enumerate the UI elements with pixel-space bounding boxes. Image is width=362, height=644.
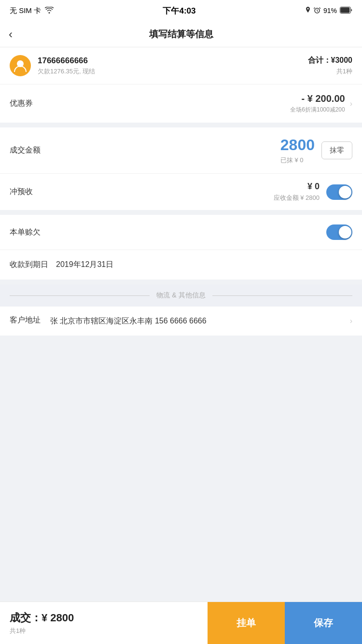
address-chevron-icon: › [350,317,352,325]
benyue-toggle[interactable] [326,224,352,240]
battery-label: 91% [323,7,337,14]
chong-toggle[interactable] [326,184,352,200]
content-area: 17666666666 欠款1276.35元, 现结 合计：¥3000 共1种 … [0,47,362,442]
footer-info: 成交：¥ 2800 共1种 [0,611,208,635]
page-title: 填写结算等信息 [149,28,213,41]
divider-line-right [212,295,352,296]
wifi-icon [45,7,54,15]
round-button[interactable]: 抹零 [321,141,352,159]
gray-spacer [0,340,362,398]
location-icon [305,7,311,15]
user-phone: 17666666666 [38,56,308,66]
save-button[interactable]: 保存 [285,602,362,644]
chong-label: 冲预收 [10,187,33,197]
user-info: 17666666666 欠款1276.35元, 现结 [38,56,308,76]
status-right: 91% [305,7,352,15]
battery-icon [340,7,352,15]
address-label: 客户地址 [10,315,41,325]
chong-prereceive-row: 冲预收 ¥ 0 应收金额 ¥ 2800 [0,173,362,210]
toggle-thumb [339,186,351,198]
footer-deal-label: 成交：¥ 2800 [10,611,198,625]
chong-toggle-area: ¥ 0 应收金额 ¥ 2800 [274,182,352,202]
benyue-row: 本单赊欠 [0,215,362,250]
svg-rect-2 [340,7,349,13]
footer-deal-amount: ¥ 2800 [42,612,74,624]
user-total: 合计：¥3000 共1种 [308,56,353,76]
status-left: 无 SIM 卡 [10,6,54,15]
coupon-right: - ¥ 200.00 全场6折满1000减200 › [290,93,352,114]
address-card: 客户地址 张 北京市市辖区海淀区永丰南 156 6666 6666 › [0,307,362,336]
carrier-label: 无 SIM 卡 [10,6,41,15]
avatar [10,55,31,76]
chong-amount: ¥ 0 [307,182,320,192]
deal-right: 2800 已抹 ¥ 0 抹零 [280,136,352,165]
user-subtitle: 欠款1276.35元, 现结 [38,67,308,76]
due-date-label: 收款到期日 [10,260,48,270]
address-row[interactable]: 客户地址 张 北京市市辖区海淀区永丰南 156 6666 6666 › [0,307,362,336]
deal-amount-row: 成交金额 2800 已抹 ¥ 0 抹零 [0,127,362,173]
coupon-amount: - ¥ 200.00 [290,93,345,104]
hang-button[interactable]: 挂单 [208,602,285,644]
status-bar: 无 SIM 卡 下午4:03 91% [0,0,362,21]
logistics-label: 物流 & 其他信息 [150,291,212,300]
nav-bar: ‹ 填写结算等信息 [0,21,362,47]
toggle-thumb-2 [339,226,351,238]
chong-sub: 应收金额 ¥ 2800 [274,194,320,202]
alarm-icon [314,7,320,15]
deal-amount-value: 2800 [280,136,315,154]
back-button[interactable]: ‹ [9,28,13,41]
divider-line-left [10,295,150,296]
total-count: 共1种 [308,67,353,76]
coupon-value: - ¥ 200.00 全场6折满1000减200 [290,93,345,114]
due-date-value: 2019年12月31日 [56,260,113,270]
benyue-label: 本单赊欠 [10,227,41,238]
user-row: 17666666666 欠款1276.35元, 现结 合计：¥3000 共1种 [0,47,362,84]
chong-right: ¥ 0 应收金额 ¥ 2800 [274,182,320,202]
deal-amount-block: 2800 已抹 ¥ 0 [280,136,315,165]
deal-amount-label: 成交金额 [10,145,41,155]
address-value: 张 北京市市辖区海淀区永丰南 156 6666 6666 [50,315,345,327]
coupon-desc: 全场6折满1000减200 [290,106,345,114]
logistics-divider: 物流 & 其他信息 [0,284,362,307]
benyue-card: 本单赊欠 收款到期日 2019年12月31日 [0,215,362,280]
deal-amount-card: 成交金额 2800 已抹 ¥ 0 抹零 冲预收 ¥ 0 应收金额 ¥ 2800 [0,127,362,210]
status-time: 下午4:03 [163,5,195,16]
deal-sub: 已抹 ¥ 0 [280,156,315,165]
footer: 成交：¥ 2800 共1种 挂单 保存 [0,602,362,644]
coupon-row[interactable]: 优惠券 - ¥ 200.00 全场6折满1000减200 › [0,84,362,123]
user-info-card: 17666666666 欠款1276.35元, 现结 合计：¥3000 共1种 … [0,47,362,123]
total-amount: 合计：¥3000 [308,56,353,66]
due-date-row: 收款到期日 2019年12月31日 [0,250,362,280]
coupon-label: 优惠券 [10,98,33,109]
chevron-right-icon: › [350,99,352,108]
footer-count: 共1种 [10,627,198,635]
